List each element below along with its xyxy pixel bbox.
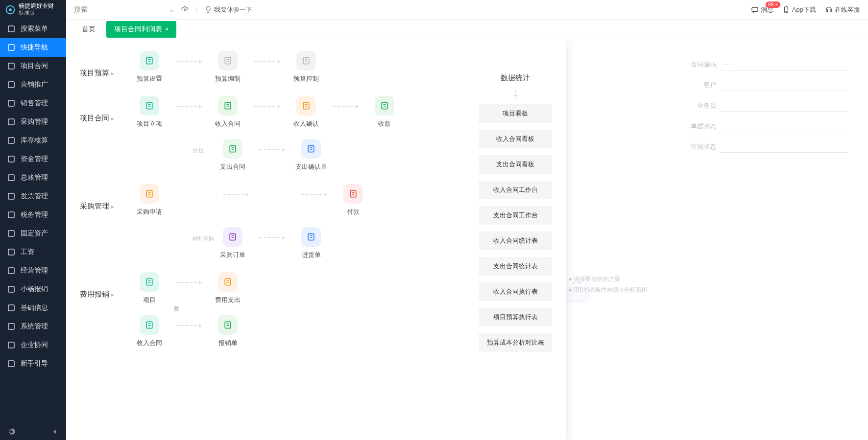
svg-rect-18 xyxy=(8,324,14,329)
tab-0[interactable]: 首页 xyxy=(74,21,103,38)
flow-node[interactable]: 预算设置 xyxy=(129,51,170,83)
flow-node[interactable]: 报销单 xyxy=(207,315,248,347)
svg-rect-17 xyxy=(8,305,14,311)
stats-item-9[interactable]: 预算成本分析对比表 xyxy=(479,333,552,352)
info-icon xyxy=(7,303,16,312)
svg-rect-8 xyxy=(8,138,14,143)
gear-icon[interactable] xyxy=(7,427,16,436)
field-doc-status[interactable]: 单据状态 xyxy=(682,120,848,132)
arrow-down-icon: ⇣ xyxy=(479,89,552,99)
sidebar-item-4[interactable]: 销售管理 xyxy=(0,94,66,113)
sidebar-item-13[interactable]: 经营管理 xyxy=(0,261,66,280)
printer-icon xyxy=(7,210,16,219)
collapse-icon[interactable] xyxy=(50,427,59,436)
sidebar-item-12[interactable]: 工资 xyxy=(0,243,66,261)
search-input[interactable]: 搜索 xyxy=(74,5,162,14)
node-icon xyxy=(140,315,159,335)
field-customer[interactable]: 客户 xyxy=(682,79,848,91)
close-icon[interactable]: × xyxy=(165,26,169,33)
node-icon xyxy=(223,139,242,159)
flow-node[interactable]: 采购订单 xyxy=(212,227,253,259)
sidebar-item-14[interactable]: 小畅报销 xyxy=(0,280,66,299)
flow-node[interactable]: 进货单 xyxy=(290,227,332,259)
stats-item-2[interactable]: 支出合同看板 xyxy=(479,155,552,174)
node-icon xyxy=(140,51,159,70)
home-icon xyxy=(7,136,16,145)
stats-item-7[interactable]: 收入合同执行表 xyxy=(479,282,552,301)
logo-text: 畅捷通好业财 xyxy=(19,3,54,9)
stats-item-1[interactable]: 收入合同看板 xyxy=(479,130,552,148)
sidebar-item-1[interactable]: 快捷导航 xyxy=(0,38,66,57)
node-icon xyxy=(140,96,159,116)
field-audit-status[interactable]: 审核状态 xyxy=(682,141,848,153)
flow-node[interactable]: 采购申请 xyxy=(129,184,170,216)
flow-node[interactable]: 收入合同 xyxy=(207,96,248,128)
field-contract-code[interactable]: 合同编码 — xyxy=(682,59,848,70)
settings-icon[interactable] xyxy=(181,6,189,14)
app-download-button[interactable]: App下载 xyxy=(782,5,816,14)
sidebar-item-3[interactable]: 营销推广 xyxy=(0,75,66,94)
stats-item-3[interactable]: 收入合同工作台 xyxy=(479,181,552,199)
sidebar-item-9[interactable]: 发票管理 xyxy=(0,187,66,206)
flow-node[interactable]: 预算控制 xyxy=(286,51,327,83)
sidebar-footer xyxy=(0,423,66,440)
sidebar-item-11[interactable]: 固定资产 xyxy=(0,224,66,243)
node-icon xyxy=(301,139,321,159)
chevron-right-icon: ▸ xyxy=(111,70,114,77)
bar-icon xyxy=(7,266,16,275)
sidebar-item-15[interactable]: 基础信息 xyxy=(0,299,66,317)
tab-1[interactable]: 项目合同利润表× xyxy=(106,21,176,38)
svg-rect-6 xyxy=(8,100,14,106)
content: 项目合同利润表(按合同部门) 按统计方式查询 ◉按合同部门○按合同业务员○按项目… xyxy=(66,39,868,440)
node-icon xyxy=(343,184,363,204)
flow-node[interactable]: 费用支出 xyxy=(207,272,248,304)
im-icon xyxy=(7,229,16,238)
node-icon xyxy=(375,96,394,116)
flow-node[interactable]: 预算编制 xyxy=(207,51,248,83)
svg-rect-7 xyxy=(8,119,14,125)
sidebar-item-2[interactable]: 项目合同 xyxy=(0,57,66,75)
stats-item-6[interactable]: 支出合同统计表 xyxy=(479,257,552,276)
flow-node[interactable]: 付款 xyxy=(333,184,374,216)
svg-rect-9 xyxy=(8,156,14,162)
guide-icon xyxy=(7,359,16,368)
flow-node[interactable]: 支出确认单 xyxy=(290,139,332,171)
stats-item-4[interactable]: 支出合同工作台 xyxy=(479,206,552,225)
field-salesman[interactable]: 业务员 xyxy=(682,100,848,112)
sidebar-item-8[interactable]: 总账管理 xyxy=(0,168,66,187)
logo-edition: 标准版 xyxy=(19,9,54,17)
section-title: 费用报销▸ xyxy=(80,272,129,299)
stats-item-8[interactable]: 项目预算执行表 xyxy=(479,308,552,326)
section-title: 采购管理▸ xyxy=(80,184,129,211)
stats-item-5[interactable]: 收入合同统计表 xyxy=(479,232,552,250)
flow-node[interactable]: 收入合同 xyxy=(129,315,170,347)
node-icon xyxy=(223,227,242,247)
flow-node[interactable]: 支出合同 xyxy=(212,139,253,171)
chevron-down-icon[interactable]: ⌄ xyxy=(169,6,174,13)
sidebar-item-7[interactable]: 资金管理 xyxy=(0,150,66,168)
sidebar-item-16[interactable]: 系统管理 xyxy=(0,317,66,336)
flow-node[interactable]: 收入确认 xyxy=(286,96,327,128)
receipt-icon xyxy=(7,192,16,201)
chevron-right-icon: ▸ xyxy=(111,115,114,122)
flow-node[interactable]: 收款 xyxy=(364,96,405,128)
sidebar-item-0[interactable]: 搜索菜单 xyxy=(0,20,66,38)
sidebar-item-5[interactable]: 采购管理 xyxy=(0,113,66,131)
sidebar-item-18[interactable]: 新手引导 xyxy=(0,354,66,373)
collab-icon xyxy=(7,341,16,349)
flow-node[interactable]: 项目立项 xyxy=(129,96,170,128)
svg-rect-4 xyxy=(8,63,14,69)
sidebar-item-6[interactable]: 库存核算 xyxy=(0,131,66,150)
try-button[interactable]: 我要体验一下 xyxy=(204,5,252,14)
sidebar-item-10[interactable]: 税务管理 xyxy=(0,206,66,224)
messages-button[interactable]: 消息 xyxy=(751,5,773,14)
stats-item-0[interactable]: 项目看板 xyxy=(479,104,552,123)
flow-node[interactable]: 项目 xyxy=(129,272,170,304)
svg-rect-20 xyxy=(8,361,14,367)
online-service-button[interactable]: 在线客服 xyxy=(825,5,860,14)
node-icon xyxy=(296,96,316,116)
sidebar-item-17[interactable]: 企业协同 xyxy=(0,336,66,354)
svg-point-21 xyxy=(184,9,186,11)
helper-tips: ● 选择要分析的方案 ● 用[过滤]条件来缩小分析范围 xyxy=(569,274,648,295)
node-icon xyxy=(296,51,316,70)
